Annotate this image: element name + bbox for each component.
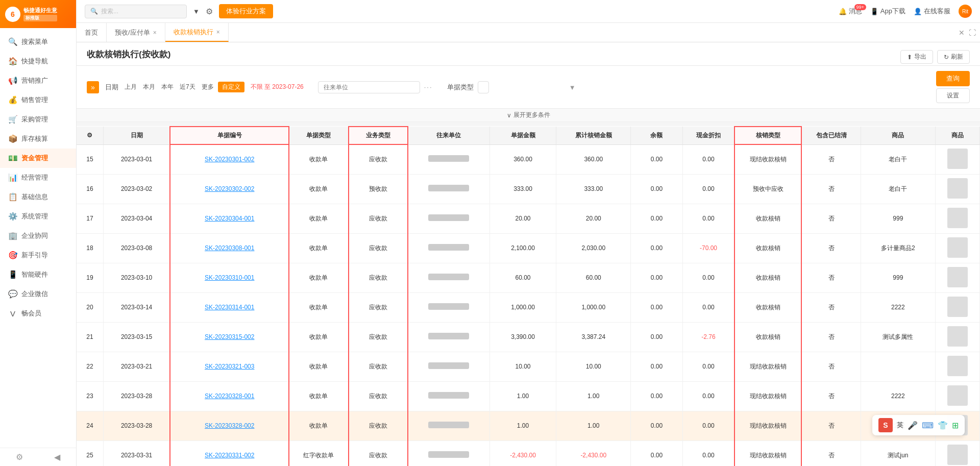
sidebar-item-sales[interactable]: 💰 销售管理: [0, 90, 76, 110]
custom-date-btn[interactable]: 自定义: [218, 82, 244, 92]
sn-link[interactable]: SK-20230331-002: [205, 452, 254, 459]
sidebar-item-member[interactable]: V 畅会员: [0, 304, 76, 323]
query-button[interactable]: 查询: [936, 71, 970, 86]
maximize-icon[interactable]: ⛶: [969, 29, 976, 37]
sidebar-item-marketing[interactable]: 📢 营销推广: [0, 71, 76, 90]
sidebar-item-enterprise[interactable]: 🏢 企业协同: [0, 226, 76, 246]
sn-link[interactable]: SK-20230308-001: [205, 244, 254, 252]
cell-include: 否: [801, 352, 861, 381]
cell-cancel-type: 收款核销: [734, 292, 801, 322]
cell-goods2: [935, 440, 979, 466]
filter-toggle-button[interactable]: »: [87, 81, 99, 93]
last-month-btn[interactable]: 上月: [122, 82, 139, 92]
table-row[interactable]: 18 2023-03-08 SK-20230308-001 收款单 应收款 2,…: [77, 233, 980, 263]
user-avatar[interactable]: Rit: [959, 5, 972, 18]
cell-goods: 999: [861, 204, 936, 233]
sidebar-item-hardware[interactable]: 📱 智能硬件: [0, 265, 76, 284]
tab-home[interactable]: 首页: [77, 23, 107, 42]
cell-index: 18: [77, 233, 103, 263]
more-date-btn[interactable]: 更多: [200, 82, 216, 92]
cell-date: 2023-03-31: [103, 440, 170, 466]
more-filters-dots[interactable]: ···: [424, 83, 433, 91]
last-7days-btn[interactable]: 近7天: [178, 82, 198, 92]
cell-balance: 0.00: [631, 174, 683, 204]
table-row[interactable]: 15 2023-03-01 SK-20230301-002 收款单 应收款 36…: [77, 144, 980, 174]
tab-close-cancel-exec[interactable]: ×: [216, 29, 220, 36]
table-row[interactable]: 20 2023-03-14 SK-20230314-001 收款单 应收款 1,…: [77, 292, 980, 322]
cell-doc-type: 收款单: [289, 263, 348, 292]
table-row[interactable]: 19 2023-03-10 SK-20230310-001 收款单 应收款 60…: [77, 263, 980, 292]
sn-link[interactable]: SK-20230302-002: [205, 185, 254, 192]
expand-more-btn[interactable]: ∨ 展开更多条件: [507, 111, 550, 119]
th-sn: 单据编号: [170, 127, 289, 144]
sidebar-item-guide[interactable]: 🎯 新手引导: [0, 246, 76, 265]
cell-cancel-type: 现结收款核销: [734, 381, 801, 411]
sidebar-item-inventory[interactable]: 📦 库存核算: [0, 129, 76, 149]
th-include: 包含已结清: [801, 127, 861, 144]
table-row[interactable]: 17 2023-03-04 SK-20230304-001 收款单 应收款 20…: [77, 204, 980, 233]
sn-link[interactable]: SK-20230304-001: [205, 215, 254, 222]
cell-balance: 0.00: [631, 352, 683, 381]
table-row[interactable]: 21 2023-03-15 SK-20230315-002 收款单 应收款 3,…: [77, 322, 980, 352]
sidebar-item-system[interactable]: ⚙️ 系统管理: [0, 207, 76, 226]
table-row[interactable]: 25 2023-03-31 SK-20230331-002 红字收款单 应收款 …: [77, 440, 980, 466]
gear-icon[interactable]: ⚙: [206, 7, 213, 16]
export-button[interactable]: ⬆ 导出: [900, 50, 933, 64]
sn-link[interactable]: SK-20230315-002: [205, 333, 254, 340]
cell-discount: 0.00: [682, 292, 734, 322]
sidebar-item-purchase[interactable]: 🛒 采购管理: [0, 110, 76, 129]
cell-sn: SK-20230328-002: [170, 411, 289, 440]
notify-button[interactable]: 🔔 消息 99+: [839, 7, 862, 16]
tab-pre-pay[interactable]: 预收/应付单 ×: [107, 23, 165, 42]
sidebar-item-wechat[interactable]: 💬 企业微信: [0, 284, 76, 304]
table-row[interactable]: 23 2023-03-28 SK-20230328-001 收款单 应收款 1.…: [77, 381, 980, 411]
topbar-right: 🔔 消息 99+ 📱 App下载 👤 在线客服 Rit: [839, 5, 972, 18]
sn-link[interactable]: SK-20230328-002: [205, 422, 254, 429]
tabbar: 首页 预收/应付单 × 收款核销执行 × ✕ ⛶: [77, 23, 980, 42]
setting-button[interactable]: 设置: [936, 88, 970, 103]
grid-icon[interactable]: ⊞: [952, 421, 959, 430]
sn-link[interactable]: SK-20230328-001: [205, 393, 254, 400]
industry-solution-button[interactable]: 体验行业方案: [219, 4, 273, 18]
table-row[interactable]: 22 2023-03-21 SK-20230321-003 收款单 应收款 10…: [77, 352, 980, 381]
close-all-tabs-icon[interactable]: ✕: [959, 29, 965, 37]
cell-amount: 60.00: [489, 263, 556, 292]
sidebar-item-quick-nav[interactable]: 🏠 快捷导航: [0, 52, 76, 71]
shirt-icon[interactable]: 👕: [938, 421, 948, 430]
logo-text: 畅捷通好生意 标推版: [23, 7, 57, 22]
sidebar-item-search[interactable]: 🔍 搜索菜单: [0, 32, 76, 52]
topbar-dropdown[interactable]: ▼: [193, 8, 200, 15]
keyboard-icon[interactable]: ⌨: [922, 421, 934, 430]
topbar: 🔍 搜索... ▼ ⚙ 体验行业方案 🔔 消息 99+ 📱 App下载 👤 在线…: [77, 0, 980, 23]
sn-link[interactable]: SK-20230310-001: [205, 274, 254, 281]
cell-index: 17: [77, 204, 103, 233]
doc-type-select[interactable]: [478, 81, 489, 93]
table-row[interactable]: 16 2023-03-02 SK-20230302-002 收款单 预收款 33…: [77, 174, 980, 204]
sidebar-item-capital[interactable]: 💵 资金管理: [0, 149, 76, 168]
cell-partner: [408, 440, 489, 466]
tab-close-pre-pay[interactable]: ×: [153, 29, 157, 36]
sales-icon: 💰: [8, 95, 17, 105]
this-month-btn[interactable]: 本月: [141, 82, 157, 92]
tab-cancel-exec[interactable]: 收款核销执行 ×: [165, 23, 229, 42]
cell-goods: 老白干: [861, 144, 936, 174]
mic-icon[interactable]: 🎤: [908, 421, 918, 430]
topbar-search[interactable]: 🔍 搜索...: [85, 5, 187, 18]
th-balance: 余额: [631, 127, 683, 144]
refresh-button[interactable]: ↻ 刷新: [937, 50, 970, 64]
sn-link[interactable]: SK-20230301-002: [205, 156, 254, 163]
partner-filter-input[interactable]: [318, 81, 420, 93]
settings-bottom-icon[interactable]: ⚙: [16, 452, 23, 462]
app-download-button[interactable]: 📱 App下载: [870, 7, 905, 16]
sidebar-item-basic[interactable]: 📋 基础信息: [0, 187, 76, 207]
table-row[interactable]: 24 2023-03-28 SK-20230328-002 收款单 应收款 1.…: [77, 411, 980, 440]
online-service-button[interactable]: 👤 在线客服: [914, 7, 950, 16]
sn-link[interactable]: SK-20230314-001: [205, 304, 254, 311]
logo-icon: 6: [5, 7, 20, 22]
cell-doc-type: 收款单: [289, 174, 348, 204]
sn-link[interactable]: SK-20230321-003: [205, 363, 254, 370]
cell-cancel-type: 预收中应收: [734, 174, 801, 204]
sidebar-item-operation[interactable]: 📊 经营管理: [0, 168, 76, 187]
this-year-btn[interactable]: 本年: [159, 82, 176, 92]
collapse-icon[interactable]: ◀: [54, 452, 60, 462]
